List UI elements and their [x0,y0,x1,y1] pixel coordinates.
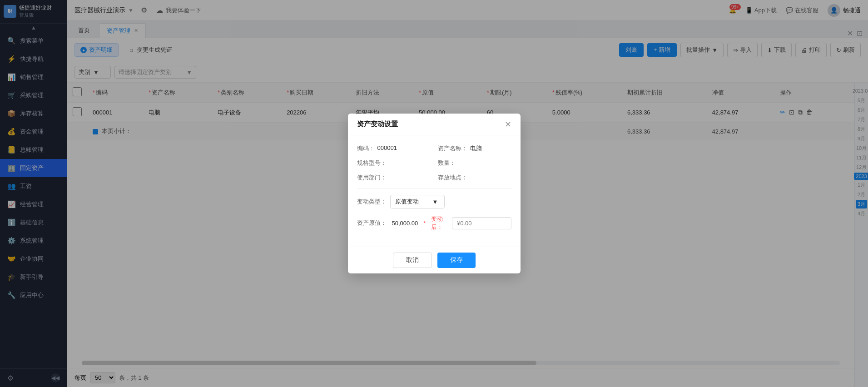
modal-save-btn[interactable]: 保存 [437,253,476,268]
asset-change-modal: 资产变动设置 ✕ 编码： 000001 资产名称： 电脑 规格型号： [348,114,521,273]
modal-code-label: 编码： [357,144,375,153]
modal-location-label: 存放地点： [438,174,467,182]
modal-change-type-label: 变动类型： [357,198,387,206]
modal-dept-label: 使用部门： [357,174,387,182]
modal-row-3: 使用部门： 存放地点： [357,174,511,182]
modal-asset-name-label: 资产名称： [438,144,467,153]
modal-change-type-select[interactable]: 原值变动 ▼ [390,195,445,208]
modal-spec-field: 规格型号： [357,159,431,167]
modal-title: 资产变动设置 [357,120,398,129]
modal-divider [357,188,511,189]
modal-cancel-btn[interactable]: 取消 [393,253,432,268]
modal-after-text-label: 变动后： [431,215,446,231]
modal-after-input[interactable] [452,217,511,229]
modal-close-btn[interactable]: ✕ [505,120,511,129]
modal-spec-label: 规格型号： [357,159,387,167]
modal-asset-name-value: 电脑 [470,144,482,153]
modal-change-type-row: 变动类型： 原值变动 ▼ [357,195,511,208]
modal-change-type-arrow: ▼ [432,198,438,205]
modal-header: 资产变动设置 ✕ [348,114,521,135]
modal-change-type-value: 原值变动 [395,198,419,206]
modal-after-label: * [423,220,426,227]
modal-row-2: 规格型号： 数量： [357,159,511,167]
modal-quantity-label: 数量： [438,159,456,167]
modal-asset-value: 50,000.00 [392,220,418,227]
modal-location-field: 存放地点： [438,174,511,182]
modal-row-1: 编码： 000001 资产名称： 电脑 [357,144,511,153]
modal-code-value: 000001 [377,144,397,153]
modal-footer: 取消 保存 [348,247,521,273]
modal-amount-row: 资产原值： 50,000.00 * 变动后： [357,215,511,231]
modal-overlay: 资产变动设置 ✕ 编码： 000001 资产名称： 电脑 规格型号： [0,0,868,387]
modal-asset-name-field: 资产名称： 电脑 [438,144,511,153]
modal-quantity-field: 数量： [438,159,511,167]
modal-dept-field: 使用部门： [357,174,431,182]
modal-asset-value-label: 资产原值： [357,219,387,227]
modal-code-field: 编码： 000001 [357,144,431,153]
modal-body: 编码： 000001 资产名称： 电脑 规格型号： 数量： [348,135,521,247]
